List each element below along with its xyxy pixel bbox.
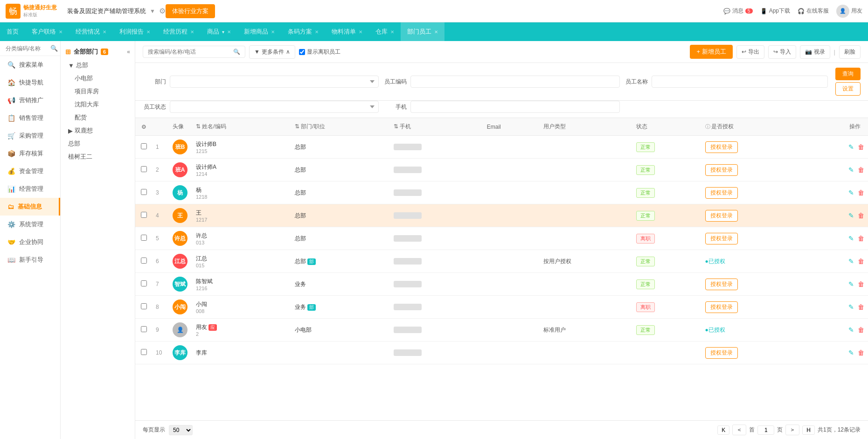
tab-operation[interactable]: 经营情况 ✕ [69, 22, 113, 41]
row-checkbox[interactable] [141, 349, 147, 355]
tab-barcode-close[interactable]: ✕ [315, 29, 319, 35]
delete-icon[interactable]: 🗑 [858, 258, 864, 265]
more-filter-btn[interactable]: ▼ 更多条件 ∧ [249, 45, 295, 59]
sidebar-item-guide[interactable]: 📖 新手引导 [0, 251, 60, 269]
delete-icon[interactable]: 🗑 [858, 349, 864, 356]
tab-customer-close[interactable]: ✕ [59, 29, 62, 35]
tab-goods-close[interactable]: ✕ [227, 29, 231, 35]
auth-btn[interactable]: 授权登录 [705, 279, 738, 290]
emp-name-input[interactable] [652, 76, 828, 88]
sidebar-item-finance[interactable]: 💰 资金管理 [0, 162, 60, 180]
row-checkbox[interactable] [141, 166, 147, 172]
phone-th[interactable]: ⇅ 手机 [390, 118, 483, 136]
tab-dept-emp[interactable]: 部门员工 ✕ [401, 22, 444, 41]
last-page-btn[interactable]: H [802, 425, 815, 435]
delete-icon[interactable]: 🗑 [858, 326, 864, 334]
delete-icon[interactable]: 🗑 [858, 212, 864, 219]
show-resigned-checkbox[interactable] [299, 49, 305, 55]
edit-icon[interactable]: ✎ [848, 303, 854, 311]
dept-node-xmkf[interactable]: 项目库房 [67, 85, 135, 98]
delete-icon[interactable]: 🗑 [858, 189, 864, 196]
tab-operation-close[interactable]: ✕ [103, 29, 106, 35]
next-page-btn[interactable]: ＞ [785, 425, 799, 435]
experience-button[interactable]: 体验行业方案 [166, 4, 215, 18]
dropdown-arrow[interactable]: ▼ [150, 8, 155, 14]
row-checkbox[interactable] [141, 303, 147, 309]
tab-history-close[interactable]: ✕ [190, 29, 194, 35]
sidebar-item-collab[interactable]: 🤝 企业协同 [0, 233, 60, 251]
settings-icon[interactable]: ⚙ [159, 7, 166, 15]
row-checkbox[interactable] [141, 189, 147, 195]
sidebar-item-nav[interactable]: 🏠 快捷导航 [0, 74, 60, 91]
row-checkbox[interactable] [141, 212, 147, 218]
prev-page-btn[interactable]: ＜ [732, 425, 746, 435]
tab-profit-close[interactable]: ✕ [146, 29, 150, 35]
query-btn[interactable]: 查询 [835, 68, 861, 80]
tab-history[interactable]: 经营历程 ✕ [157, 22, 201, 41]
tab-goods[interactable]: 商品 ▾ ✕ [201, 22, 237, 41]
auth-btn[interactable]: 授权登录 [705, 347, 738, 359]
delete-icon[interactable]: 🗑 [858, 143, 864, 151]
sidebar-item-purchase[interactable]: 🛒 采购管理 [0, 127, 60, 145]
sidebar-item-marketing[interactable]: 📢 营销推广 [0, 91, 60, 109]
tab-warehouse[interactable]: 仓库 ✕ [369, 22, 401, 41]
auth-btn[interactable]: 授权登录 [705, 301, 738, 313]
sidebar-item-search[interactable]: 🔍 搜索菜单 [0, 56, 60, 74]
auth-btn[interactable]: 授权登录 [705, 210, 738, 222]
page-number-input[interactable] [757, 425, 774, 435]
tab-barcode[interactable]: 条码方案 ✕ [281, 22, 325, 41]
tab-bom-close[interactable]: ✕ [359, 29, 362, 35]
set-btn[interactable]: 设置 [835, 82, 861, 96]
row-checkbox[interactable] [141, 280, 147, 286]
edit-icon[interactable]: ✎ [848, 143, 854, 151]
settings-th[interactable]: ⚙ [135, 118, 152, 136]
add-employee-btn[interactable]: + 新增员工 [690, 45, 732, 59]
edit-icon[interactable]: ✎ [848, 166, 854, 174]
row-checkbox[interactable] [141, 143, 147, 149]
row-checkbox[interactable] [141, 258, 147, 264]
edit-icon[interactable]: ✎ [848, 280, 854, 288]
auth-btn[interactable]: 授权登录 [705, 141, 738, 153]
tab-customer[interactable]: 客户联络 ✕ [25, 22, 69, 41]
show-resigned-label[interactable]: 显示离职员工 [299, 48, 340, 56]
import-btn[interactable]: ↪ 导入 [768, 45, 796, 59]
tab-add-goods[interactable]: 新增商品 ✕ [237, 22, 281, 41]
edit-icon[interactable]: ✎ [848, 235, 854, 242]
dept-node-zb[interactable]: 总部 [61, 137, 135, 150]
view-btn[interactable]: 📷 视录 [800, 45, 830, 59]
emp-status-select[interactable] [170, 101, 379, 113]
tab-add-goods-close[interactable]: ✕ [271, 29, 275, 35]
sidebar-item-sales[interactable]: 📋 销售管理 [0, 109, 60, 127]
edit-icon[interactable]: ✎ [848, 189, 854, 196]
sidebar-item-inventory[interactable]: 📦 库存核算 [0, 145, 60, 162]
dept-node-sl[interactable]: ▶ 双鹿想 [61, 124, 135, 137]
auth-btn[interactable]: 授权登录 [705, 187, 738, 199]
sidebar-item-operation[interactable]: 📊 经营管理 [0, 180, 60, 198]
service-btn[interactable]: 🎧 在线客服 [798, 7, 829, 15]
phone-input[interactable] [410, 101, 619, 113]
tab-warehouse-close[interactable]: ✕ [390, 29, 394, 35]
edit-icon[interactable]: ✎ [848, 212, 854, 219]
sidebar-item-system[interactable]: ⚙️ 系统管理 [0, 216, 60, 233]
auth-btn[interactable]: 授权登录 [705, 164, 738, 176]
dept-node-sydd[interactable]: 沈阳大库 [67, 98, 135, 111]
user-btn[interactable]: 👤 用友 [836, 5, 862, 18]
print-btn[interactable]: 刷脸 [839, 45, 861, 59]
row-checkbox[interactable] [141, 235, 147, 241]
tab-home[interactable]: 首页 [0, 22, 25, 41]
delete-icon[interactable]: 🗑 [858, 166, 864, 174]
row-checkbox[interactable] [141, 326, 147, 332]
tab-dept-emp-close[interactable]: ✕ [434, 29, 438, 35]
dept-node-head[interactable]: ▼ 总部 [61, 59, 135, 72]
export-btn[interactable]: ↩ 导出 [736, 45, 764, 59]
edit-icon[interactable]: ✎ [848, 349, 854, 356]
msg-btn[interactable]: 💬 消息 5 [723, 7, 753, 15]
search-input[interactable] [148, 49, 230, 55]
name-code-th[interactable]: ⇅ 姓名/编码 [192, 118, 291, 136]
sidebar-item-basic[interactable]: 🗂 基础信息 [0, 198, 60, 216]
app-download-btn[interactable]: 📱 App下载 [760, 7, 790, 15]
delete-icon[interactable]: 🗑 [858, 303, 864, 311]
delete-icon[interactable]: 🗑 [858, 235, 864, 242]
dept-node-xd[interactable]: 小电部 [67, 72, 135, 85]
delete-icon[interactable]: 🗑 [858, 280, 864, 288]
